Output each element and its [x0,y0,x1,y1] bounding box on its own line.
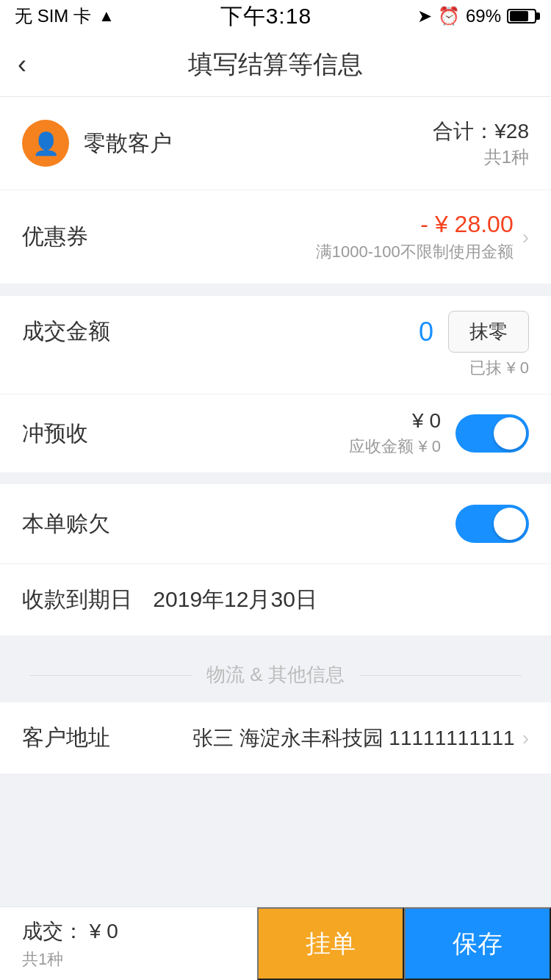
coupon-sub: 满1000-100不限制使用金额 [316,241,514,263]
nav-bar: ‹ 填写结算等信息 [0,32,551,97]
duedate-value: 2019年12月30日 [153,587,317,611]
debt-section: 本单赊欠 收款到期日 2019年12月30日 [0,484,551,635]
transaction-section: 成交金额 0 抹零 已抹 ¥ 0 冲预收 ¥ 0 应收金额 ¥ 0 [0,295,551,472]
prepay-right: ¥ 0 应收金额 ¥ 0 [349,409,529,458]
total-count: 共1种 [433,145,529,169]
prepay-row: 冲预收 ¥ 0 应收金额 ¥ 0 [0,394,551,472]
duedate-row: 收款到期日 2019年12月30日 [0,563,551,635]
coupon-value-col: - ¥ 28.00 满1000-100不限制使用金额 [316,211,514,263]
customer-avatar: 👤 [22,120,69,167]
total-amount: 合计：¥28 [433,118,529,145]
location-icon: ➤ [417,6,432,26]
hold-button[interactable]: 挂单 [257,907,404,980]
debt-toggle[interactable] [455,505,529,543]
prepay-sub: 应收金额 ¥ 0 [349,436,441,458]
footer-count: 共1种 [22,948,235,970]
footer-amount-value: ¥ 0 [90,920,118,943]
prepay-value: ¥ 0 [349,409,441,433]
alarm-icon: ⏰ [438,6,460,26]
status-right: ➤ ⏰ 69% [417,6,536,26]
coupon-right: - ¥ 28.00 满1000-100不限制使用金额 › [316,211,529,263]
prepay-amounts: ¥ 0 应收金额 ¥ 0 [349,409,441,458]
duedate-label: 收款到期日 [22,587,132,611]
address-label: 客户地址 [22,723,110,753]
customer-name: 零散客户 [84,129,172,159]
status-left: 无 SIM 卡 ▲ [15,4,115,28]
round-button[interactable]: 抹零 [448,311,529,353]
address-section[interactable]: 客户地址 张三 海淀永丰科技园 11111111111 › [0,702,551,774]
prepay-toggle[interactable] [455,414,529,453]
address-right: 张三 海淀永丰科技园 11111111111 › [192,724,529,752]
status-bar: 无 SIM 卡 ▲ 下午3:18 ➤ ⏰ 69% [0,0,551,32]
battery-icon [507,9,536,24]
debt-row: 本单赊欠 [0,484,551,563]
logistics-header: 物流 & 其他信息 [0,647,551,702]
footer-amount: 成交： ¥ 0 [22,918,235,945]
amount-sub: 已抹 ¥ 0 [22,357,529,379]
save-button[interactable]: 保存 [404,907,551,980]
footer-amount-label: 成交： [22,920,84,943]
customer-section: 👤 零散客户 合计：¥28 共1种 优惠券 - ¥ 28.00 满1000-10… [0,97,551,284]
logistics-label: 物流 & 其他信息 [192,662,359,688]
amount-row-top: 成交金额 0 抹零 [22,311,529,353]
toggle-knob [494,417,526,450]
battery-percent: 69% [466,6,501,26]
address-chevron: › [522,727,529,750]
status-time: 下午3:18 [220,1,311,32]
amount-right: 0 抹零 [419,311,529,353]
amount-value: 0 [419,317,433,347]
prepay-label: 冲预收 [22,419,88,449]
coupon-chevron: › [522,226,529,249]
customer-left: 👤 零散客户 [22,120,172,167]
amount-row: 成交金额 0 抹零 已抹 ¥ 0 [0,295,551,394]
wifi-icon: ▲ [98,7,115,26]
debt-label: 本单赊欠 [22,509,110,539]
coupon-value: - ¥ 28.00 [316,211,514,238]
avatar-icon: 👤 [32,131,60,156]
customer-total: 合计：¥28 共1种 [433,118,529,169]
coupon-row[interactable]: 优惠券 - ¥ 28.00 满1000-100不限制使用金额 › [0,190,551,284]
customer-row: 👤 零散客户 合计：¥28 共1种 [0,97,551,190]
carrier-label: 无 SIM 卡 [15,4,91,28]
debt-toggle-knob [494,508,526,540]
coupon-label: 优惠券 [22,222,88,252]
footer-buttons: 挂单 保存 [257,907,551,980]
address-value: 张三 海淀永丰科技园 11111111111 [192,724,515,752]
amount-label: 成交金额 [22,317,110,347]
footer: 成交： ¥ 0 共1种 挂单 保存 [0,907,551,980]
back-button[interactable]: ‹ [18,49,26,80]
page-title: 填写结算等信息 [188,48,363,82]
footer-info: 成交： ¥ 0 共1种 [0,918,257,970]
content-area: 👤 零散客户 合计：¥28 共1种 优惠券 - ¥ 28.00 满1000-10… [0,97,551,862]
